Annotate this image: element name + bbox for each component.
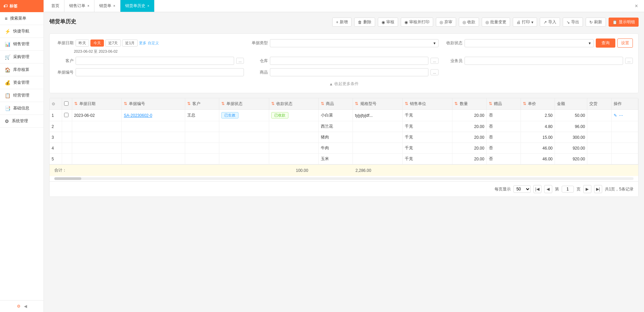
sidebar-item-purchase-mgmt[interactable]: 🛒 采购管理 xyxy=(0,51,44,63)
batch-change-button[interactable]: ◎ 批量变更 xyxy=(482,18,510,27)
sidebar-item-funds-mgmt[interactable]: 💰 资金管理 xyxy=(0,76,44,89)
row-checkbox[interactable] xyxy=(64,113,68,117)
sidebar-item-quick-nav[interactable]: ⚡ 快捷导航 xyxy=(0,25,44,38)
audit-print-button[interactable]: ◉ 审核并打印 xyxy=(401,18,433,27)
discard-button[interactable]: ◎ 弃审 xyxy=(436,18,456,27)
edit-action[interactable]: ✎ xyxy=(614,113,617,118)
per-page-select[interactable]: 50 10 20 100 xyxy=(513,185,531,193)
more-action[interactable]: ⋯ xyxy=(619,113,623,118)
cell-price: 2.50 xyxy=(521,110,555,121)
sidebar-item-search-menu[interactable]: ≡ 搜索菜单 xyxy=(0,12,44,25)
first-page-button[interactable]: |◀ xyxy=(533,185,541,193)
cell-trade xyxy=(587,154,612,164)
sidebar-item-system-mgmt[interactable]: ⚙ 系统管理 xyxy=(0,115,44,128)
print-label: 打印 xyxy=(522,19,530,25)
scrollbar-thumb[interactable] xyxy=(54,177,81,180)
new-button[interactable]: + 新增 xyxy=(332,18,352,27)
page-label: 第 xyxy=(555,186,559,192)
sidebar-item-operations-mgmt[interactable]: 📋 经营管理 xyxy=(0,89,44,102)
delete-button[interactable]: 🗑 删除 xyxy=(354,18,375,27)
tab-sales-goods-close[interactable]: × xyxy=(113,4,115,8)
cell-spec xyxy=(353,121,403,132)
filter-row-2: 客户 ... 仓库 ... 业务员 ... xyxy=(55,57,633,65)
sidebar-item-label: 经营管理 xyxy=(13,93,29,98)
warehouse-input[interactable] xyxy=(270,57,428,65)
goods-ellipsis[interactable]: ... xyxy=(430,69,438,75)
cell-date xyxy=(72,121,122,132)
cell-collect-status xyxy=(269,143,319,154)
tab-sales-order-close[interactable]: × xyxy=(87,4,89,8)
refresh-button[interactable]: ↻ 刷新 xyxy=(586,18,606,27)
doc-type-select[interactable]: ▾ xyxy=(270,39,438,47)
funds-icon: 💰 xyxy=(5,80,10,85)
warehouse-ellipsis[interactable]: ... xyxy=(430,58,438,64)
salesperson-ellipsis[interactable]: ... xyxy=(625,58,633,64)
audit-print-icon: ◉ xyxy=(404,20,408,25)
sidebar-collapse-icon[interactable]: ◀ xyxy=(24,304,27,309)
date-custom-link[interactable]: 自定义 xyxy=(148,41,159,46)
sidebar-item-basic-info[interactable]: 📑 基础信息 xyxy=(0,102,44,115)
cell-qty: 20.00 xyxy=(452,154,486,164)
col-qty: ⇅ 数量 xyxy=(452,98,486,110)
query-button[interactable]: 查询 xyxy=(596,38,615,48)
brand-icon: 🏷 xyxy=(3,4,7,8)
tab-sales-history-close[interactable]: × xyxy=(147,4,149,8)
cell-trade xyxy=(587,132,612,143)
customer-input[interactable] xyxy=(76,57,234,65)
sidebar-item-inventory[interactable]: 🏠 库存核算 xyxy=(0,63,44,76)
doc-no-link[interactable]: SA-20230602-0 xyxy=(124,113,152,118)
date-btn-today[interactable]: 今天 xyxy=(90,40,104,47)
cell-date xyxy=(72,132,122,143)
doc-no-input[interactable] xyxy=(76,68,244,76)
date-label: 单据日期 xyxy=(55,40,74,46)
date-btn-yesterday[interactable]: 昨天 xyxy=(76,40,89,47)
column-settings-icon[interactable]: ⚙ xyxy=(52,102,55,106)
page-title: 销货单历史 xyxy=(49,18,76,25)
total-amount: 2,286.00 xyxy=(356,168,371,173)
next-page-button[interactable]: ▶ xyxy=(583,185,591,193)
collapse-button[interactable]: ▲ 收起更多条件 xyxy=(55,80,633,88)
print-button[interactable]: 🖨 打印 ▾ xyxy=(513,18,537,27)
tab-home-label: 首页 xyxy=(51,3,59,9)
import-button[interactable]: ↗ 导入 xyxy=(540,18,560,27)
cell-gift: 否 xyxy=(486,110,521,121)
export-button[interactable]: ↘ 导出 xyxy=(563,18,583,27)
import-label: 导入 xyxy=(548,19,556,25)
collect-status-dropdown-icon: ▾ xyxy=(589,41,591,46)
date-btn-1month[interactable]: 近1月 xyxy=(122,40,138,47)
window-close-button[interactable]: × xyxy=(632,3,641,9)
date-more-link[interactable]: 更多 xyxy=(139,41,146,46)
sidebar-settings-icon[interactable]: ⚙ xyxy=(17,304,21,309)
select-all-checkbox[interactable] xyxy=(64,101,68,106)
sidebar-item-sales-mgmt[interactable]: 📊 销售管理 xyxy=(0,38,44,51)
total-pages-info: 共1页，5条记录 xyxy=(605,186,634,192)
audit-button[interactable]: ◉ 审核 xyxy=(378,18,398,27)
date-btn-7days[interactable]: 近7天 xyxy=(105,40,121,47)
page-content: 销货单历史 + 新增 🗑 删除 ◉ 审核 ◉ 审核并打印 xyxy=(44,12,644,312)
settings-label: 设置 xyxy=(621,40,629,46)
tab-home[interactable]: 首页 xyxy=(47,0,64,12)
tab-sales-history[interactable]: 销货单历史 × xyxy=(120,0,155,12)
export-icon: ↘ xyxy=(566,20,570,25)
settings-button[interactable]: 设置 xyxy=(617,38,633,48)
doc-no-label: 单据编号 xyxy=(55,70,74,75)
audit-label: 审核 xyxy=(386,19,394,25)
collect-status-select[interactable]: ▾ xyxy=(465,39,594,47)
table-footer: 合计： 100.00 2,286.00 xyxy=(50,164,638,176)
customer-ellipsis[interactable]: ... xyxy=(236,58,244,64)
show-detail-icon: 📋 xyxy=(612,20,617,25)
show-detail-button[interactable]: 📋 显示明细 xyxy=(609,18,639,27)
horizontal-scrollbar[interactable] xyxy=(54,177,634,180)
prev-page-button[interactable]: ◀ xyxy=(544,185,552,193)
collect-button[interactable]: ◎ 收款 xyxy=(459,18,479,27)
data-table: ⚙ ⇅ 单据日期 ⇅ 单据编号 xyxy=(49,98,639,197)
tab-sales-goods[interactable]: 销货单 × xyxy=(94,0,120,12)
tab-sales-order[interactable]: 销售订单 × xyxy=(64,0,94,12)
goods-input[interactable] xyxy=(270,68,428,76)
last-page-button[interactable]: ▶| xyxy=(594,185,602,193)
doc-type-label: 单据类型 xyxy=(249,40,268,46)
page-number-input[interactable] xyxy=(562,186,574,192)
col-gift: ⇅ 赠品 xyxy=(486,98,521,110)
customer-sort-icon: ⇅ xyxy=(187,101,191,106)
salesperson-input[interactable] xyxy=(465,57,623,65)
